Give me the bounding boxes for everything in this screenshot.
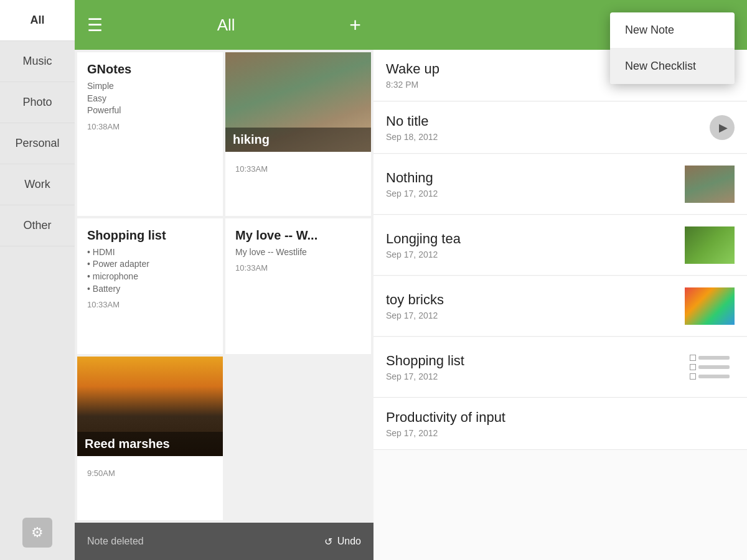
note-list-date: Sep 17, 2012 — [386, 310, 677, 320]
note-time: 10:38AM — [87, 122, 213, 131]
sidebar-item-music[interactable]: Music — [0, 41, 75, 82]
checklist-thumbnail — [685, 348, 735, 386]
note-thumbnail — [685, 226, 735, 264]
note-card-reed[interactable]: Reed marshes 9:50AM — [77, 357, 223, 520]
note-time: 9:50AM — [87, 469, 213, 478]
undo-icon: ↺ — [324, 536, 332, 548]
note-time: 10:33AM — [87, 300, 213, 309]
new-checklist-option[interactable]: New Checklist — [610, 49, 735, 84]
note-list-content: Nothing Sep 17, 2012 — [386, 170, 677, 198]
middle-header: ☰ All + — [75, 0, 374, 50]
sidebar-item-photo[interactable]: Photo — [0, 82, 75, 123]
note-list-title: Shopping list — [386, 353, 677, 369]
note-card-gnotes[interactable]: GNotes SimpleEasyPowerful 10:38AM — [77, 52, 223, 216]
note-list-content: Productivity of input Sep 17, 2012 — [386, 409, 735, 438]
sidebar-item-personal[interactable]: Personal — [0, 123, 75, 164]
note-image-overlay: Reed marshes — [77, 357, 223, 456]
note-list-title: toy bricks — [386, 292, 677, 308]
note-list-date: Sep 18, 2012 — [386, 132, 702, 142]
notes-grid: GNotes SimpleEasyPowerful 10:38AM hiking… — [75, 50, 374, 523]
note-thumbnail — [685, 287, 735, 325]
bottom-bar: Note deleted ↺ Undo — [75, 523, 374, 560]
deleted-message: Note deleted — [87, 536, 144, 547]
note-subtitle: • HDMI• Power adapter• microphone• Batte… — [87, 246, 213, 295]
play-icon: ▶ — [719, 121, 728, 134]
new-note-option[interactable]: New Note — [610, 12, 735, 49]
gear-icon: ⚙ — [31, 525, 44, 541]
menu-icon[interactable]: ☰ — [87, 15, 103, 35]
sidebar-item-other[interactable]: Other — [0, 205, 75, 246]
note-title: My love -- W... — [235, 228, 361, 243]
dropdown-menu: New Note New Checklist — [610, 12, 735, 84]
undo-label: Undo — [337, 536, 361, 547]
note-time: 10:33AM — [235, 263, 361, 273]
sidebar-item-work[interactable]: Work — [0, 164, 75, 205]
sidebar: All Music Photo Personal Work Other ⚙ — [0, 0, 75, 560]
note-card-mylove[interactable]: My love -- W... My love -- Westlife 10:3… — [225, 218, 371, 354]
note-title: Shopping list — [87, 228, 213, 243]
undo-button[interactable]: ↺ Undo — [324, 536, 361, 548]
list-item-notitle[interactable]: No title Sep 18, 2012 ▶ — [374, 102, 747, 154]
note-list-title: Longjing tea — [386, 231, 677, 247]
note-list-title: Nothing — [386, 170, 677, 186]
note-list-content: toy bricks Sep 17, 2012 — [386, 292, 677, 320]
note-list-content: Shopping list Sep 17, 2012 — [386, 353, 677, 381]
hiking-thumbnail — [685, 166, 735, 203]
settings-button[interactable]: ⚙ — [22, 518, 52, 548]
notes-grid-panel: ☰ All + GNotes SimpleEasyPowerful 10:38A… — [75, 0, 374, 560]
list-item-productivity[interactable]: Productivity of input Sep 17, 2012 — [374, 398, 747, 450]
note-list-content: Longjing tea Sep 17, 2012 — [386, 231, 677, 259]
list-item-longjing[interactable]: Longjing tea Sep 17, 2012 — [374, 215, 747, 276]
middle-header-title: All — [217, 16, 235, 35]
note-image-label: Reed marshes — [77, 432, 223, 456]
list-item-toybricks[interactable]: toy bricks Sep 17, 2012 — [374, 276, 747, 337]
note-card-shopping[interactable]: Shopping list • HDMI• Power adapter• mic… — [77, 218, 223, 354]
note-list-content: No title Sep 18, 2012 — [386, 113, 702, 142]
sidebar-item-all[interactable]: All — [0, 0, 75, 41]
note-time: 10:33AM — [235, 164, 361, 174]
note-list-date: Sep 17, 2012 — [386, 189, 677, 198]
note-list-date: Sep 17, 2012 — [386, 428, 735, 438]
note-image-label: hiking — [225, 128, 371, 152]
note-list-date: Sep 17, 2012 — [386, 371, 677, 381]
toy-thumbnail — [685, 287, 735, 325]
note-subtitle: My love -- Westlife — [235, 246, 361, 259]
note-subtitle: SimpleEasyPowerful — [87, 80, 213, 117]
list-item-shoppinglist[interactable]: Shopping list Sep 17, 2012 — [374, 337, 747, 398]
play-button[interactable]: ▶ — [710, 115, 735, 140]
note-thumbnail — [685, 348, 735, 386]
note-thumbnail — [685, 166, 735, 203]
note-title: GNotes — [87, 62, 213, 77]
note-list-title: No title — [386, 113, 702, 129]
note-image-overlay: hiking — [225, 52, 371, 152]
note-list-title: Productivity of input — [386, 409, 735, 426]
add-note-button[interactable]: + — [349, 14, 361, 37]
tea-thumbnail — [685, 226, 735, 264]
note-card-hiking[interactable]: hiking 10:33AM — [225, 52, 371, 216]
notes-list-panel: Wake up 8:32 PM No title Sep 18, 2012 ▶ … — [374, 0, 747, 560]
notes-list: Wake up 8:32 PM No title Sep 18, 2012 ▶ … — [374, 50, 747, 560]
note-list-date: Sep 17, 2012 — [386, 250, 677, 259]
list-item-nothing[interactable]: Nothing Sep 17, 2012 — [374, 154, 747, 215]
